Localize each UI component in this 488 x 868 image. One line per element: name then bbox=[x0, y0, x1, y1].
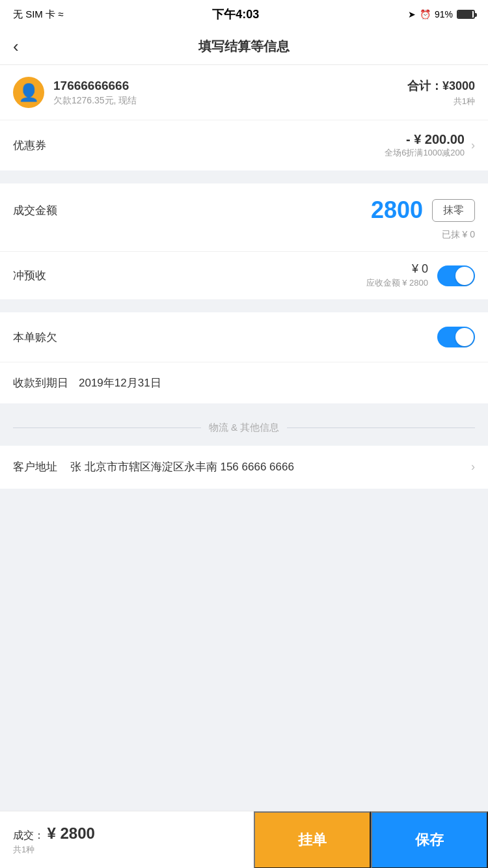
status-right: ➤ ⏰ 91% bbox=[408, 9, 475, 20]
precollect-sub: 应收金额 ¥ 2800 bbox=[366, 277, 428, 289]
logistics-label: 物流 & 其他信息 bbox=[209, 422, 279, 434]
customer-sub: 欠款1276.35元, 现结 bbox=[53, 95, 407, 107]
amount-sub: 已抹 ¥ 0 bbox=[0, 229, 488, 251]
coupon-right: - ¥ 200.00 全场6折满1000减200 › bbox=[385, 132, 475, 159]
customer-phone: 17666666666 bbox=[53, 79, 407, 93]
divider-line-right bbox=[287, 427, 475, 428]
save-button[interactable]: 保存 bbox=[371, 811, 488, 869]
debt-section: 本单赊欠 收款到期日 2019年12月31日 bbox=[0, 312, 488, 403]
bottom-deal-amount: ¥ 2800 bbox=[47, 824, 94, 842]
amount-row: 成交金额 2800 抹零 bbox=[0, 183, 488, 229]
location-icon: ➤ bbox=[408, 9, 416, 20]
customer-row: 👤 17666666666 欠款1276.35元, 现结 合计：¥3000 共1… bbox=[0, 65, 488, 120]
precollect-label: 冲预收 bbox=[13, 268, 46, 283]
precollect-row: 冲预收 ¥ 0 应收金额 ¥ 2800 bbox=[0, 251, 488, 299]
toggle-knob bbox=[455, 267, 474, 285]
bottom-summary: 成交： ¥ 2800 共1种 bbox=[0, 824, 254, 856]
address-label: 客户地址 bbox=[13, 459, 57, 474]
address-chevron-icon: › bbox=[471, 460, 475, 474]
section-divider-1 bbox=[0, 177, 488, 183]
nav-bar: ‹ 填写结算等信息 bbox=[0, 29, 488, 65]
total-count: 共1种 bbox=[407, 96, 475, 107]
total-amount: 合计：¥3000 bbox=[407, 78, 475, 94]
chevron-right-icon: › bbox=[471, 139, 475, 152]
coupon-amount: - ¥ 200.00 bbox=[385, 132, 465, 147]
avatar-icon: 👤 bbox=[18, 83, 39, 103]
debt-row: 本单赊欠 bbox=[0, 312, 488, 362]
bottom-bar: 成交： ¥ 2800 共1种 挂单 保存 bbox=[0, 811, 488, 868]
amount-right: 2800 抹零 bbox=[371, 197, 475, 224]
pending-button[interactable]: 挂单 bbox=[254, 811, 371, 869]
bottom-deal-row: 成交： ¥ 2800 bbox=[13, 824, 241, 843]
address-section: 客户地址 张 北京市市辖区海淀区永丰南 156 6666 6666 › bbox=[0, 446, 488, 489]
coupon-row[interactable]: 优惠券 - ¥ 200.00 全场6折满1000减200 › bbox=[0, 120, 488, 170]
status-left: 无 SIM 卡 ≈ bbox=[13, 8, 63, 21]
address-row[interactable]: 客户地址 张 北京市市辖区海淀区永丰南 156 6666 6666 › bbox=[0, 446, 488, 489]
customer-total: 合计：¥3000 共1种 bbox=[407, 78, 475, 107]
customer-info: 17666666666 欠款1276.35元, 现结 bbox=[53, 79, 407, 107]
address-content: 张 北京市市辖区海淀区永丰南 156 6666 6666 bbox=[70, 459, 466, 476]
battery-icon bbox=[457, 10, 475, 19]
status-time: 下午4:03 bbox=[212, 7, 259, 22]
duedate-value: 2019年12月31日 bbox=[79, 375, 161, 390]
duedate-row: 收款到期日 2019年12月31日 bbox=[0, 362, 488, 403]
divider-line-left bbox=[13, 427, 201, 428]
coupon-label: 优惠券 bbox=[13, 138, 46, 153]
precollect-info: ¥ 0 应收金额 ¥ 2800 bbox=[366, 262, 428, 289]
coupon-desc: 全场6折满1000减200 bbox=[385, 147, 465, 159]
debt-toggle-knob bbox=[455, 328, 474, 346]
bottom-count: 共1种 bbox=[13, 844, 241, 856]
logistics-divider: 物流 & 其他信息 bbox=[0, 410, 488, 446]
alarm-icon: ⏰ bbox=[420, 9, 431, 20]
back-button[interactable]: ‹ bbox=[13, 36, 39, 57]
duedate-label: 收款到期日 bbox=[13, 375, 68, 390]
precollect-toggle[interactable] bbox=[437, 265, 475, 286]
precollect-amount: ¥ 0 bbox=[366, 262, 428, 276]
customer-section: 👤 17666666666 欠款1276.35元, 现结 合计：¥3000 共1… bbox=[0, 65, 488, 170]
debt-label: 本单赊欠 bbox=[13, 330, 57, 345]
deal-amount-section: 成交金额 2800 抹零 已抹 ¥ 0 冲预收 ¥ 0 应收金额 ¥ 2800 bbox=[0, 183, 488, 299]
debt-toggle[interactable] bbox=[437, 327, 475, 347]
precollect-right: ¥ 0 应收金额 ¥ 2800 bbox=[366, 262, 475, 289]
sim-signal-text: 无 SIM 卡 ≈ bbox=[13, 8, 63, 21]
amount-value: 2800 bbox=[371, 197, 423, 224]
section-divider-2 bbox=[0, 306, 488, 312]
battery-text: 91% bbox=[435, 9, 453, 20]
bottom-deal-label: 成交： bbox=[13, 830, 44, 841]
status-bar: 无 SIM 卡 ≈ 下午4:03 ➤ ⏰ 91% bbox=[0, 0, 488, 29]
page-title: 填写结算等信息 bbox=[39, 38, 449, 55]
amount-label: 成交金额 bbox=[13, 203, 57, 218]
empty-space bbox=[0, 495, 488, 612]
round-button[interactable]: 抹零 bbox=[432, 199, 475, 222]
avatar: 👤 bbox=[13, 77, 44, 108]
